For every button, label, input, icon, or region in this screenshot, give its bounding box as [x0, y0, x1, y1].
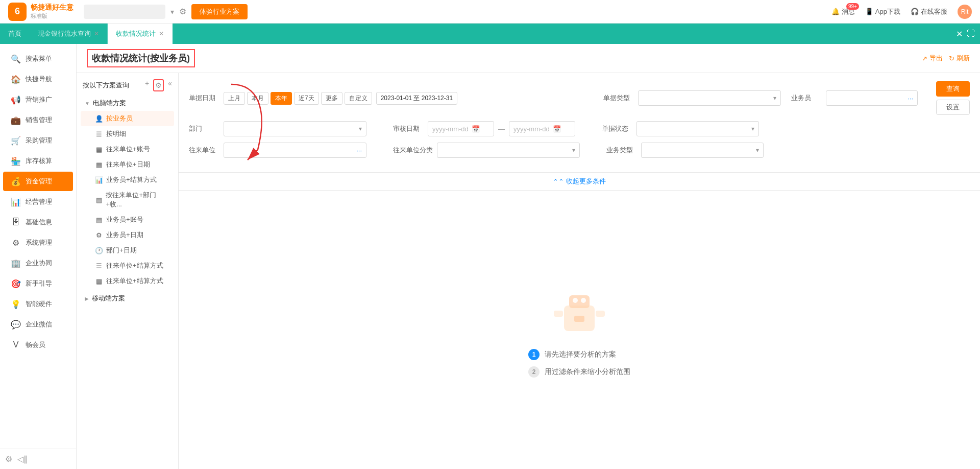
scheme-category-desktop-header[interactable]: ▼ 电脑端方案 [81, 96, 174, 111]
partner-type-select[interactable]: ▾ [437, 143, 580, 158]
scheme-category-mobile-header[interactable]: ▶ 移动端方案 [81, 291, 174, 306]
scheme-item-staff-account[interactable]: ▦ 业务员+账号 [81, 212, 174, 227]
empty-steps: 1 请先选择要分析的方案 2 用过滤条件来缩小分析范围 [528, 349, 630, 378]
trial-button[interactable]: 体验行业方案 [191, 4, 248, 19]
query-button[interactable]: 查询 [936, 81, 970, 97]
sidebar-item-purchase[interactable]: 🛒 采购管理 [3, 131, 73, 150]
scheme-item-staff-payment[interactable]: 📊 业务员+结算方式 [81, 172, 174, 187]
sidebar-item-base[interactable]: 🗄 基础信息 [3, 213, 73, 232]
brand-info: 畅捷通好生意 标准版 [31, 3, 74, 20]
scheme-item-dept-date[interactable]: 🕐 部门+日期 [81, 243, 174, 258]
date-tab-more[interactable]: 更多 [321, 92, 342, 105]
scheme-collapse-btn[interactable]: « [168, 79, 172, 91]
logo-icon: 6 [8, 3, 27, 21]
refresh-btn[interactable]: ↻ 刷新 [949, 54, 970, 63]
dept-select[interactable]: ▾ [224, 121, 366, 136]
scheme-item-partner-dept[interactable]: ▦ 按往来单位+部门+收... [81, 187, 174, 212]
sidebar-item-finance[interactable]: 💰 资金管理 [3, 172, 73, 191]
scheme-item-partner-date[interactable]: ▦ 往来单位+日期 [81, 157, 174, 172]
scheme-settings-btn[interactable]: ⚙ [153, 79, 164, 91]
app-download-area[interactable]: 📱 App下载 [865, 7, 900, 16]
scheme-item-partner-payment1[interactable]: ☰ 往来单位+结算方式 [81, 258, 174, 273]
empty-illustration [546, 283, 612, 339]
sidebar: 🔍 搜索菜单 🏠 快捷导航 📢 营销推广 💼 销售管理 🛒 采购管 [0, 44, 77, 469]
dept-dropdown-icon: ▾ [359, 125, 362, 132]
date-tab-thisyear[interactable]: 本年 [271, 92, 292, 105]
tab-close-receipt-stats[interactable]: ✕ [159, 30, 164, 37]
bill-type-select[interactable]: ▾ [638, 90, 781, 106]
sidebar-item-inventory[interactable]: 🏪 库存核算 [3, 151, 73, 171]
date-tab-7days[interactable]: 近7天 [294, 92, 319, 105]
newbie-icon: 🎯 [11, 279, 20, 288]
tab-close-cash-flow[interactable]: ✕ [94, 30, 99, 37]
review-date-start[interactable]: yyyy-mm-dd 📅 [428, 121, 494, 136]
sidebar-item-newbie[interactable]: 🎯 新手引导 [3, 274, 73, 293]
staff-select[interactable]: ··· [826, 90, 918, 106]
notification-area[interactable]: 🔔 消息 99+ [831, 7, 855, 16]
staff-more-btn[interactable]: ··· [908, 95, 913, 102]
bill-status-select[interactable]: ▾ [636, 121, 759, 136]
tab-cash-flow[interactable]: 现金银行流水查询 ✕ [30, 24, 108, 44]
svg-point-3 [581, 298, 586, 303]
sidebar-item-quicknav[interactable]: 🏠 快捷导航 [3, 69, 73, 89]
sidebar-item-hardware[interactable]: 💡 智能硬件 [3, 294, 73, 314]
wechat-icon: 💬 [11, 320, 20, 329]
date-tabs: 上月 本月 本年 近7天 更多 自定义 [224, 92, 372, 105]
scheme-item-partner-payment2[interactable]: ▦ 往来单位+结算方式 [81, 273, 174, 289]
robot-svg [549, 285, 610, 336]
empty-step-2: 2 用过滤条件来缩小分析范围 [528, 366, 630, 378]
brand-name: 畅捷通好生意 [31, 3, 74, 12]
maximize-tab-btn[interactable]: ⛶ [967, 29, 975, 38]
scheme-panel-actions: + ⚙ « [145, 79, 172, 91]
date-tab-lastmonth[interactable]: 上月 [224, 92, 245, 105]
sidebar-item-enterprise[interactable]: 🏢 企业协同 [3, 253, 73, 273]
svg-point-2 [573, 298, 578, 303]
date-tab-thismonth[interactable]: 本月 [247, 92, 268, 105]
purchase-icon: 🛒 [11, 136, 20, 145]
business-type-select[interactable]: ▾ [641, 143, 764, 158]
scheme-add-btn[interactable]: + [145, 79, 149, 91]
phone-icon: 📱 [865, 8, 873, 15]
review-date-end[interactable]: yyyy-mm-dd 📅 [509, 121, 575, 136]
export-btn[interactable]: ↗ 导出 [922, 54, 943, 63]
scheme-partner-account-icon: ▦ [95, 145, 103, 153]
svg-rect-5 [554, 311, 563, 317]
scheme-item-by-staff[interactable]: 👤 按业务员 [81, 111, 174, 126]
search-icon: 🔍 [11, 54, 20, 63]
online-service-area[interactable]: 🎧 在线客服 [911, 7, 947, 16]
sidebar-item-search[interactable]: 🔍 搜索菜单 [3, 49, 73, 68]
settings-button[interactable]: 设置 [936, 100, 970, 115]
breadcrumb-dropdown-icon[interactable]: ▾ [170, 8, 174, 16]
scheme-item-staff-date[interactable]: ⚙ 业务员+日期 [81, 227, 174, 243]
main-panel: 按以下方案查询 + ⚙ « ▼ 电脑端方案 [77, 73, 980, 469]
filter-area: 单据日期 上月 本月 本年 近7天 更多 自定义 2023-01-01 至 20… [179, 73, 980, 173]
sidebar-collapse-btn[interactable]: ◁∥ [17, 454, 28, 464]
partner-select[interactable]: ··· [224, 143, 366, 158]
date-tab-custom[interactable]: 自定义 [345, 92, 372, 105]
user-avatar[interactable]: Rit [958, 5, 972, 19]
scheme-item-detail[interactable]: ☰ 按明细 [81, 126, 174, 142]
calendar-icon-1: 📅 [472, 125, 480, 133]
sidebar-item-vip[interactable]: V 畅会员 [3, 335, 73, 355]
tab-receipt-stats[interactable]: 收款情况统计 ✕ [108, 24, 173, 44]
sidebar-settings-btn[interactable]: ⚙ [5, 454, 12, 464]
sidebar-item-system[interactable]: ⚙ 系统管理 [3, 233, 73, 252]
scheme-item-partner-account[interactable]: ▦ 往来单位+账号 [81, 142, 174, 157]
main-layout: 🔍 搜索菜单 🏠 快捷导航 📢 营销推广 💼 销售管理 🛒 采购管 [0, 44, 980, 469]
settings-icon[interactable]: ⚙ [179, 7, 186, 16]
edition-label: 标准版 [31, 12, 74, 20]
sidebar-menu: 🔍 搜索菜单 🏠 快捷导航 📢 营销推广 💼 销售管理 🛒 采购管 [0, 44, 76, 449]
tab-home[interactable]: 首页 [0, 24, 30, 44]
partner-more-btn[interactable]: ··· [356, 147, 362, 154]
sidebar-item-sales[interactable]: 💼 销售管理 [3, 110, 73, 130]
collapse-bar[interactable]: ⌃⌃ 收起更多条件 [179, 173, 980, 191]
close-tab-btn[interactable]: ✕ [956, 29, 963, 39]
sidebar-item-marketing[interactable]: 📢 营销推广 [3, 90, 73, 109]
sidebar-item-operation[interactable]: 📊 经营管理 [3, 192, 73, 212]
filter-row-3: 往来单位 ··· 往来单位分类 ▾ [189, 143, 970, 158]
system-icon: ⚙ [11, 238, 20, 247]
headset-icon: 🎧 [911, 8, 919, 15]
sidebar-item-wechat[interactable]: 💬 企业微信 [3, 315, 73, 334]
search-breadcrumb[interactable] [84, 5, 165, 19]
base-icon: 🗄 [11, 218, 20, 227]
